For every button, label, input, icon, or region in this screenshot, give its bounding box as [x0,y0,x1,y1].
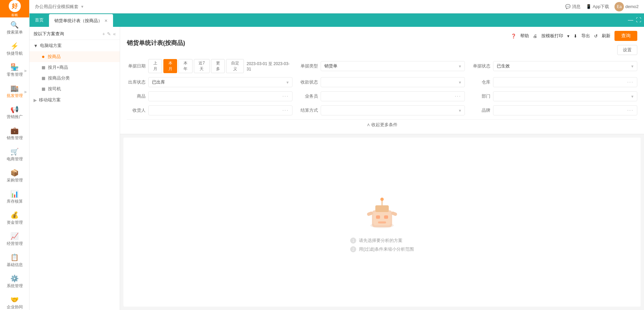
doc-type-dropdown-icon: ▾ [459,64,461,69]
payment-input[interactable]: ▾ [321,105,465,115]
product-more-icon: ··· [282,93,289,99]
tree-parent-mobile[interactable]: ▶ 移动端方案 [30,94,120,106]
product-input[interactable]: ··· [148,91,292,101]
settings-button[interactable]: 设置 [617,45,637,55]
tab-close-icon[interactable]: ✕ [104,18,108,23]
operations-label: 经营管理 [7,241,23,247]
tip-num-2: 2 [350,246,356,252]
message-icon: 💬 [565,4,571,9]
sidebar-item-retail[interactable]: 🏪 零售管理 ▶ [0,60,29,81]
out-status-input[interactable]: 已出库 ▾ [148,77,292,87]
user-menu[interactable]: Ea demo2 [614,2,639,11]
doc-type-input[interactable]: 销货单 ▾ [321,61,465,71]
tree-parent-pc[interactable]: ▼ 电脑端方案 [30,40,120,51]
doc-type-label: 单据类型 [299,63,318,69]
workspace-dropdown-icon[interactable]: ▾ [81,4,84,9]
top-actions: ❓ 帮助 🖨 按模板打印 ▾ ⬇ 导出 [511,31,637,41]
collapse-panel-button[interactable]: « [113,31,116,37]
tip-num-1: 1 [350,238,356,244]
sidebar-item-operations[interactable]: 📈 经营管理 [0,229,29,250]
tree-item-by-printer[interactable]: ▦ 按司机 [30,84,120,94]
purchase-label: 采购管理 [7,177,23,183]
svg-rect-5 [378,221,386,223]
filter-payment-group: 结算方式 ▾ [299,105,465,115]
print-btn[interactable]: 🖨 按模板打印 ▾ [533,31,570,41]
recv-status-input[interactable]: ▾ [321,77,465,87]
query-button[interactable]: 查询 [614,31,637,41]
doc-status-input[interactable]: 已生效 ▾ [493,61,637,71]
tree-item-category-label: 按商品分类 [48,75,70,81]
tab-minimize-icon[interactable]: — [628,17,633,23]
sidebar-quick-nav[interactable]: ⚡ 快捷导航 [0,39,29,60]
filter-doc-status-group: 单据状态 已生效 ▾ [472,61,637,71]
sidebar-item-purchase[interactable]: 📦 采购管理 [0,165,29,187]
collapse-filters-button[interactable]: ∧ 收起更多条件 [127,119,637,130]
tab-home[interactable]: 首页 [30,13,49,27]
empty-illustration [362,192,402,232]
tree-item-by-product-label: 按商品 [48,54,61,60]
tree-item-month-product-icon: ▦ [42,65,45,70]
date-label: 单据日期 [127,63,146,69]
system-label: 系统管理 [7,283,23,289]
refresh-btn[interactable]: ↺ 刷新 [594,31,610,41]
tree-item-category-icon: ▦ [42,76,45,81]
date-7days[interactable]: 近7天 [194,59,210,73]
filter-staff-group: 业务员 ··· [299,91,465,101]
recv-status-label: 收款状态 [299,79,318,85]
left-panel-title: 按以下方案查询 [34,31,64,37]
brand-input[interactable]: ··· [493,105,637,115]
brand-more-icon: ··· [627,107,634,113]
sidebar-item-finance[interactable]: 💰 资金管理 [0,208,29,229]
tree-item-by-category[interactable]: ▦ 按商品分类 [30,73,120,84]
purchase-icon: 📦 [10,169,19,177]
export-icon: ⬇ [574,34,577,39]
sidebar-item-ecommerce[interactable]: 🛒 电商管理 [0,144,29,165]
doc-type-value: 销货单 [324,63,337,69]
print-label: 按模板打印 [541,33,563,39]
empty-tip-1: 1 请先选择要分析的方案 [350,238,414,244]
content: 按以下方案查询 + ✎ « ▼ 电脑端方案 ● 按商品 ▦ 按月+商品 [30,27,644,310]
sidebar-item-sales[interactable]: 💼 销售管理 [0,123,29,144]
sidebar-item-system[interactable]: ⚙️ 系统管理 [0,271,29,292]
help-btn[interactable]: ❓ 帮助 [511,31,529,41]
recipient-label: 收货人 [127,107,146,113]
sidebar-item-wholesale[interactable]: 🏬 批发管理 ▶ [0,81,29,102]
sidebar-search[interactable]: 🔍 搜索菜单 [0,17,29,39]
edit-scheme-button[interactable]: ✎ [107,31,111,37]
tree-item-printer-icon: ▦ [42,87,45,91]
doc-status-label: 单据状态 [472,63,490,69]
tab-sales-stat-label: 销货单统计表（按商品） [54,18,102,24]
date-filter: 上月 本月 本年 近7天 更多 自定义 2023-03-01 至 2023-03… [148,59,292,73]
export-btn[interactable]: ⬇ 导出 [574,31,590,41]
filter-doc-type-group: 单据类型 销货单 ▾ [299,61,465,71]
tab-sales-stat[interactable]: 销货单统计表（按商品） ✕ [49,14,113,28]
sidebar-item-marketing[interactable]: 📢 营销推广 [0,102,29,123]
tree-item-by-month-product[interactable]: ▦ 按月+商品 [30,62,120,73]
dept-input[interactable]: ▾ [493,91,637,101]
date-more[interactable]: 更多 [211,59,225,73]
add-scheme-button[interactable]: + [102,31,105,37]
right-panel: 销货单统计表(按商品) ❓ 帮助 🖨 按模板打印 [120,27,644,310]
avatar-text: Ea [617,4,622,9]
app-download-button[interactable]: 📱 App下载 [586,4,609,10]
date-this-year[interactable]: 本年 [178,59,192,73]
avatar: Ea [614,2,624,11]
sidebar-item-enterprise[interactable]: 🤝 企业协同 [0,292,29,310]
staff-input[interactable]: ··· [321,91,465,101]
date-custom[interactable]: 自定义 [226,59,244,73]
sidebar-item-inventory[interactable]: 📊 库存核算 [0,187,29,208]
tab-maximize-icon[interactable]: ⛶ [636,17,641,23]
message-button[interactable]: 💬 消息 [565,4,581,10]
recipient-input[interactable]: ··· [148,105,292,115]
sidebar-item-basic[interactable]: 📋 基础信息 [0,250,29,271]
tree-item-by-product[interactable]: ● 按商品 [30,51,120,62]
date-last-month[interactable]: 上月 [148,59,162,73]
filter-dept-group: 部门 ▾ [472,91,637,101]
wholesale-label: 批发管理 [7,93,23,99]
warehouse-input[interactable]: ··· [493,77,637,87]
out-status-dropdown-icon: ▾ [286,80,289,85]
retail-icon: 🏪 [10,63,19,71]
date-this-month[interactable]: 本月 [163,59,177,73]
app-logo: 好 标账 [0,0,30,17]
quick-nav-label: 快捷导航 [7,51,23,56]
